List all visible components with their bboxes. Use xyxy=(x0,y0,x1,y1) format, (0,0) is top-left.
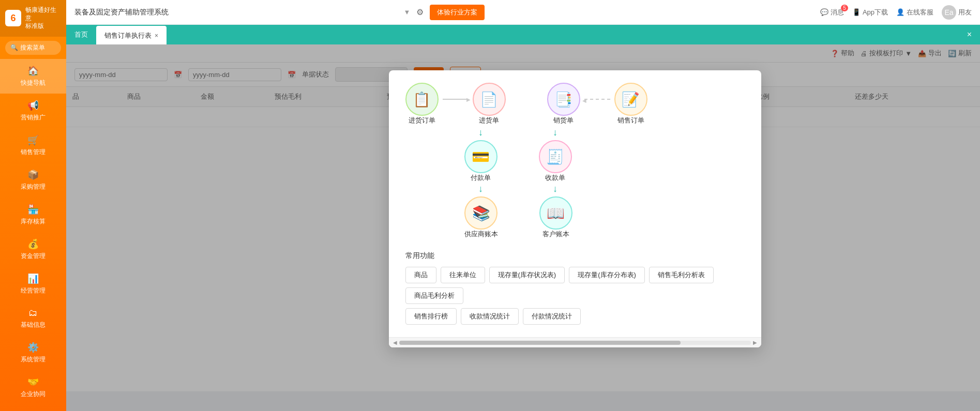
sales-order-label: 销售订单 xyxy=(617,116,644,125)
sales-bill-icon: 📑 xyxy=(547,83,580,116)
func-btn-payment-stats[interactable]: 付款情况统计 xyxy=(523,308,581,325)
trial-button[interactable]: 体验行业方案 xyxy=(430,5,485,20)
payment-node[interactable]: 💳 付款单 xyxy=(464,140,497,182)
sidebar-logo: 6 畅康通好生意 标准版 xyxy=(0,0,66,37)
supplier-ledger-node[interactable]: 📚 供应商账本 xyxy=(464,196,498,239)
search-menu-button[interactable]: 🔍 搜索菜单 xyxy=(5,41,61,55)
supplier-ledger-label: 供应商账本 xyxy=(464,230,498,239)
sidebar-item-sales[interactable]: 🛒 销售管理 xyxy=(0,128,66,163)
flow-modal: 📋 进货订单 ▶ xyxy=(389,70,761,347)
modal-overlay[interactable]: 📋 进货订单 ▶ xyxy=(66,44,980,411)
sidebar-item-finance[interactable]: 💰 资金管理 xyxy=(0,232,66,267)
online-service-button[interactable]: 👤 在线客服 xyxy=(896,8,933,17)
common-functions-title: 常用功能 xyxy=(405,251,745,261)
sidebar-item-marketing[interactable]: 📢 营销推广 xyxy=(0,94,66,128)
down-arrow-receipt: ↓ xyxy=(539,127,572,138)
supplier-ledger-icon: 📚 xyxy=(464,196,497,230)
sidebar-nav: 🏠 快捷导航 📢 营销推广 🛒 销售管理 📦 采购管理 🏪 库存核算 💰 xyxy=(0,59,66,411)
scroll-left-icon[interactable]: ◀ xyxy=(393,340,397,345)
message-icon: 💬 xyxy=(820,8,828,16)
purchase-order-label: 进货订单 xyxy=(409,116,435,125)
func-btn-stock-dist[interactable]: 现存量(库存分布表) xyxy=(569,267,645,283)
main-area: 装备及固定资产辅助管理系统 ▼ ⚙ 体验行业方案 💬 消息 5 📱 App下载 … xyxy=(66,0,980,411)
purchase-bill-label: 进货单 xyxy=(479,116,499,125)
customer-ledger-label: 客户账本 xyxy=(542,230,569,239)
sales-bill-label: 销货单 xyxy=(553,116,574,125)
system-title: 装备及固定资产辅助管理系统 xyxy=(74,8,398,17)
sales-order-icon: 📝 xyxy=(614,83,647,116)
system-icon: ⚙️ xyxy=(27,342,39,353)
func-btn-product[interactable]: 商品 xyxy=(405,267,436,283)
sidebar-search-area: 🔍 搜索菜单 xyxy=(0,37,66,59)
topbar-right: 💬 消息 5 📱 App下载 👤 在线客服 Ea 用友 xyxy=(820,5,972,20)
payment-icon: 💳 xyxy=(464,140,497,173)
content-area: ❓ 帮助 🖨 按模板打印 ▼ 📤 导出 🔄 刷新 xyxy=(66,44,980,411)
enterprise-icon: 🤝 xyxy=(27,376,39,388)
functions-row-1: 商品 往来单位 现存量(库存状况表) 现存量(库存分布表) 销售毛利分析表 商品… xyxy=(405,267,745,304)
logo-text: 畅康通好生意 标准版 xyxy=(25,6,61,31)
sidebar-item-purchase[interactable]: 📦 采购管理 xyxy=(0,163,66,197)
customer-ledger-node[interactable]: 📖 客户账本 xyxy=(539,196,572,239)
sidebar-item-system[interactable]: ⚙️ 系统管理 xyxy=(0,336,66,370)
func-btn-partners[interactable]: 往来单位 xyxy=(441,267,485,283)
search-icon: 🔍 xyxy=(10,44,18,51)
sidebar-item-basic[interactable]: 🗂 基础信息 xyxy=(0,301,66,336)
user-menu-button[interactable]: Ea 用友 xyxy=(942,5,972,20)
down-arrow-customer: ↓ xyxy=(539,184,572,194)
arrow-purchase-to-bill: ▶ xyxy=(439,99,473,100)
arrow-sales-order-to-bill: ◀ xyxy=(580,99,614,100)
app-download-button[interactable]: 📱 App下载 xyxy=(852,8,888,17)
func-btn-sales-rank[interactable]: 销售排行榜 xyxy=(405,308,457,325)
functions-row-2: 销售排行榜 收款情况统计 付款情况统计 xyxy=(405,308,745,325)
quick-nav-icon: 🏠 xyxy=(27,65,39,77)
marketing-icon: 📢 xyxy=(27,100,39,111)
receipt-node[interactable]: 🧾 收款单 xyxy=(539,140,572,182)
purchase-order-node[interactable]: 📋 进货订单 xyxy=(405,83,439,125)
download-icon: 📱 xyxy=(852,8,861,16)
payment-label: 付款单 xyxy=(471,173,491,182)
func-btn-stock-status[interactable]: 现存量(库存状况表) xyxy=(489,267,565,283)
modal-scrollbar: ◀ ▶ xyxy=(389,337,761,347)
sidebar-item-inventory[interactable]: 🏪 库存核算 xyxy=(0,197,66,232)
tab-close-icon[interactable]: × xyxy=(155,32,158,39)
func-btn-sales-margin[interactable]: 销售毛利分析表 xyxy=(649,267,714,283)
purchase-order-icon: 📋 xyxy=(405,83,439,116)
operation-icon: 📊 xyxy=(27,273,39,284)
sidebar-item-operation[interactable]: 📊 经营管理 xyxy=(0,267,66,301)
tabbar: 首页 销售订单执行表 × × xyxy=(66,25,980,44)
sidebar-item-enterprise[interactable]: 🤝 企业协同 xyxy=(0,370,66,405)
purchase-bill-icon: 📄 xyxy=(473,83,506,116)
message-button[interactable]: 💬 消息 5 xyxy=(820,8,844,17)
modal-content: 📋 进货订单 ▶ xyxy=(389,70,761,337)
window-close-icon[interactable]: × xyxy=(967,30,972,39)
dropdown-arrow-icon[interactable]: ▼ xyxy=(404,8,411,16)
basic-icon: 🗂 xyxy=(28,308,38,318)
sales-order-node[interactable]: 📝 销售订单 xyxy=(614,83,647,125)
purchase-bill-node[interactable]: 📄 进货单 xyxy=(473,83,506,125)
func-btn-product-margin[interactable]: 商品毛利分析 xyxy=(405,287,463,304)
tab-home[interactable]: 首页 xyxy=(66,25,96,44)
scrollbar-thumb[interactable] xyxy=(399,341,681,345)
scroll-right-icon[interactable]: ▶ xyxy=(753,340,757,345)
sidebar-item-guide[interactable]: 🎓 新手引导 xyxy=(0,405,66,411)
receipt-icon: 🧾 xyxy=(539,140,572,173)
customer-ledger-icon: 📖 xyxy=(539,196,572,230)
sales-bill-node[interactable]: 📑 销货单 xyxy=(547,83,580,125)
down-arrow-supplier: ↓ xyxy=(464,184,497,194)
service-icon: 👤 xyxy=(896,8,904,16)
flow-diagram: 📋 进货订单 ▶ xyxy=(405,83,745,239)
inventory-icon: 🏪 xyxy=(27,204,39,215)
sidebar: 6 畅康通好生意 标准版 🔍 搜索菜单 🏠 快捷导航 📢 营销推广 � xyxy=(0,0,66,411)
down-arrow-payment: ↓ xyxy=(464,127,497,138)
tab-sales-order[interactable]: 销售订单执行表 × xyxy=(96,26,167,45)
func-btn-receipt-stats[interactable]: 收款情况统计 xyxy=(461,308,519,325)
sidebar-item-quick-nav[interactable]: 🏠 快捷导航 xyxy=(0,59,66,94)
logo-icon: 6 xyxy=(5,10,21,26)
avatar: Ea xyxy=(942,5,956,20)
finance-icon: 💰 xyxy=(27,238,39,250)
common-functions-section: 常用功能 商品 往来单位 现存量(库存状况表) 现存量(库存分布表) 销售毛利分… xyxy=(405,251,745,325)
scrollbar-track[interactable] xyxy=(399,341,751,345)
purchase-icon: 📦 xyxy=(27,169,39,180)
settings-icon[interactable]: ⚙ xyxy=(416,7,424,17)
topbar: 装备及固定资产辅助管理系统 ▼ ⚙ 体验行业方案 💬 消息 5 📱 App下载 … xyxy=(66,0,980,25)
